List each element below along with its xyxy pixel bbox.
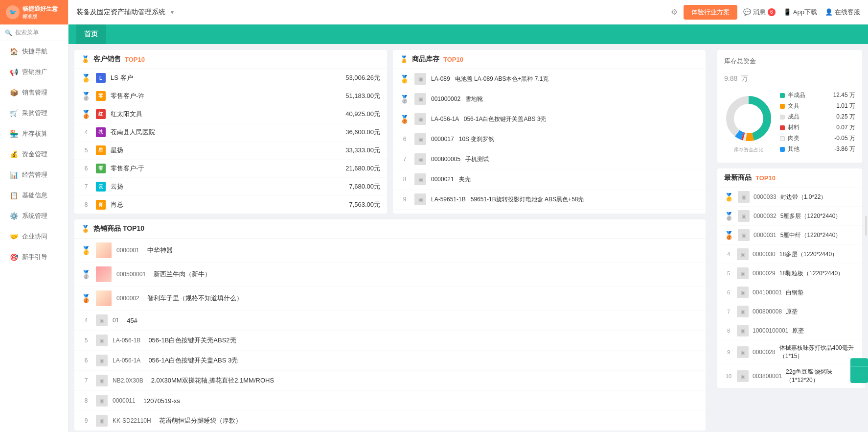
customer-badge-7: 云: [96, 182, 106, 192]
latest-img-6: ▣: [737, 287, 749, 298]
purchase-icon: 🛒: [9, 109, 18, 118]
customer-badge-4: 苍: [96, 127, 106, 137]
customer-badge-3: 红: [96, 109, 106, 119]
inventory-legend: 半成品 12.45 万 文具 1.01 万 成品 0.25 万: [780, 91, 855, 156]
topbar-right: 💬 消息 6 📱 App下载 👤 在线客服: [743, 8, 860, 17]
system-name: 装备及固定资产辅助管理系统 ▼: [76, 8, 665, 17]
medal-icon3: 🏅: [81, 225, 90, 233]
sidebar-item-inventory[interactable]: 🏪 库存核算: [0, 123, 68, 144]
customer-badge-1: L: [96, 73, 106, 83]
sidebar-item-basic-info[interactable]: 📋 基础信息: [0, 185, 68, 206]
sidebar-item-purchase[interactable]: 🛒 采购管理: [0, 103, 68, 123]
mobile-icon: 📱: [783, 8, 791, 16]
sidebar-item-finance[interactable]: 💰 资金管理: [0, 144, 68, 165]
logo-icon: 🐦: [6, 5, 20, 19]
latest-rank-2: 🥈 ▣ 0000032 5厘多层（1220*2440）: [717, 206, 862, 225]
hot-prod-img-2: [96, 266, 112, 282]
latest-img-5: ▣: [737, 267, 749, 279]
sidebar-item-operations[interactable]: 📊 经营管理: [0, 165, 68, 185]
inventory-chart-row: 库存资金占比 半成品 12.45 万 文具 1.01 万: [724, 91, 855, 156]
service-icon: 👤: [825, 8, 833, 16]
hot-prod-rank-9: 9 ▣ KK-SD22110H 花语萌恒温分腿睡袋（厚款）: [74, 411, 706, 431]
latest-img-9: ▣: [737, 346, 749, 358]
online-service-btn[interactable]: 👤 在线客服: [825, 8, 860, 17]
customer-rank-6: 6 零 零售客户-于 21,680.00元: [74, 160, 387, 178]
latest-rank-10: 10 ▣ 003800001 22g鱼豆腐·烧烤味（1*12*20）: [717, 364, 862, 388]
inv-rank-4: 6 ▣ 0000017 10S 变刹罗煞: [393, 129, 706, 149]
inv-img-6: ▣: [414, 173, 426, 185]
legend-item-1: 文具 1.01 万: [780, 102, 855, 110]
latest-rank-7: 7 ▣ 000800008 原垄: [717, 302, 862, 321]
inv-rank-1: 🥇 ▣ LA-089 电池盖 LA-089 ABS本色+黑种 7.1克: [393, 69, 706, 89]
center-panel: 🏅 客户销售 TOP10 🥇 L LS 客户 53,006.26元 🥈 零 零售…: [69, 44, 711, 432]
medal-silver-2: 🥈: [81, 92, 91, 101]
latest-rank-3: 🥉 ▣ 0000031 5厘中纤（1220*2440）: [717, 225, 862, 244]
tab-home[interactable]: 首页: [76, 24, 106, 44]
hot-prod-img-5: ▣: [96, 335, 108, 346]
right-panel: 库存总资金 9.88 万: [711, 44, 868, 432]
latest-img-1: ▣: [738, 191, 750, 203]
sidebar-item-quick-nav[interactable]: 🏠 快捷导航: [0, 41, 68, 62]
customer-badge-2: 零: [96, 91, 106, 101]
app-download-btn[interactable]: 📱 App下载: [783, 8, 817, 17]
legend-item-0: 半成品 12.45 万: [780, 91, 855, 99]
customer-sales-header: 🏅 客户销售 TOP10: [74, 50, 387, 69]
system-icon: ⚙️: [9, 212, 18, 220]
inventory-top10-card: 🏅 商品库存 TOP10 🥇 ▣ LA-089 电池盖 LA-089 ABS本色…: [393, 50, 706, 214]
sidebar-item-enterprise[interactable]: 🤝 企业协同: [0, 226, 68, 247]
float-btn-community[interactable]: 服务社区: [850, 366, 868, 375]
donut-chart-container: 库存资金占比: [724, 94, 773, 153]
inv-img-3: ▣: [414, 113, 426, 125]
sidebar-item-sales[interactable]: 📦 销售管理: [0, 82, 68, 103]
customer-rank-7: 7 云 云扬 7,680.00元: [74, 178, 387, 196]
latest-img-2: ▣: [738, 210, 750, 222]
legend-item-5: 其他 -3.86 万: [780, 145, 855, 153]
main-area: 装备及固定资产辅助管理系统 ▼ ⚙ 体验行业方案 💬 消息 6 📱 App下载 …: [69, 0, 868, 432]
hot-prod-img-6: ▣: [96, 355, 108, 366]
float-buttons: 客服热线 服务社区 直播: [850, 358, 868, 383]
settings-icon[interactable]: ⚙: [671, 7, 678, 17]
inv-img-7: ▣: [414, 193, 426, 205]
customer-rank-4: 4 苍 苍南县人民医院 36,600.00元: [74, 123, 387, 142]
search-menu[interactable]: 🔍 搜索菜单: [0, 24, 68, 41]
float-btn-hotline[interactable]: 客服热线: [850, 358, 868, 366]
hot-products-header: 🏅 热销商品 TOP10: [74, 219, 706, 239]
dropdown-icon[interactable]: ▼: [169, 9, 175, 16]
customer-badge-5: 星: [96, 145, 106, 155]
latest-products-card: 最新商品 TOP10 🥇 ▣ 0000033 封边带（1.0*22） 🥈 ▣ 0…: [717, 168, 862, 388]
customer-sales-card: 🏅 客户销售 TOP10 🥇 L LS 客户 53,006.26元 🥈 零 零售…: [74, 50, 387, 214]
sidebar: 🐦 畅捷通好生意 标准版 🔍 搜索菜单 🏠 快捷导航 📢 营销推广 📦 销售管理…: [0, 0, 69, 432]
hot-prod-img-4: ▣: [96, 314, 108, 326]
finance-icon: 💰: [9, 150, 18, 159]
donut-chart: [724, 94, 773, 143]
latest-img-7: ▣: [737, 306, 749, 317]
customer-rank-2: 🥈 零 零售客户-许 51,183.00元: [74, 87, 387, 105]
latest-rank-5: 5 ▣ 0000029 18颗粒板（1220*2440）: [717, 264, 862, 283]
hot-prod-img-1: [96, 242, 112, 258]
inventory-top10-header: 🏅 商品库存 TOP10: [393, 50, 706, 69]
messages-btn[interactable]: 💬 消息 6: [743, 8, 776, 17]
sidebar-item-guide[interactable]: 🎯 新手引导: [0, 247, 68, 267]
inv-rank-7: 9 ▣ LA-59651-1B 59651-1B旋转投影灯电池盒 ABS黑色+5…: [393, 190, 706, 210]
hot-prod-img-8: ▣: [96, 395, 108, 407]
experience-btn[interactable]: 体验行业方案: [684, 5, 737, 20]
inv-rank-3: 🥉 ▣ LA-056-1A 056-1A白色按键开关盖ABS 3壳: [393, 109, 706, 129]
hot-prod-rank-3: 🥉 0000002 智利车子里（规格不知道填什么）: [74, 287, 706, 311]
float-btn-broadcast[interactable]: 直播: [850, 375, 868, 383]
legend-item-2: 成品 0.25 万: [780, 113, 855, 121]
hot-prod-rank-7: 7 ▣ NB2.0X30B 2.0X30MM双搓花轴,搓花直径2.1MM/ROH…: [74, 371, 706, 391]
sidebar-item-system[interactable]: ⚙️ 系统管理: [0, 206, 68, 226]
inv-rank-2: 🥈 ▣ 001000002 雪地靴: [393, 89, 706, 109]
medal-icon2: 🏅: [400, 55, 408, 63]
topbar: 装备及固定资产辅助管理系统 ▼ ⚙ 体验行业方案 💬 消息 6 📱 App下载 …: [69, 0, 868, 24]
guide-icon: 🎯: [9, 253, 18, 262]
hot-prod-img-9: ▣: [96, 415, 108, 427]
medal-icon: 🏅: [81, 55, 90, 63]
message-icon: 💬: [743, 8, 751, 16]
sidebar-item-marketing[interactable]: 📢 营销推广: [0, 62, 68, 82]
sales-icon: 📦: [9, 88, 18, 97]
customer-badge-8: 肖: [96, 200, 106, 210]
inv-img-1: ▣: [414, 73, 426, 85]
search-icon: 🔍: [5, 29, 12, 36]
legend-item-3: 材料 0.07 万: [780, 123, 855, 132]
